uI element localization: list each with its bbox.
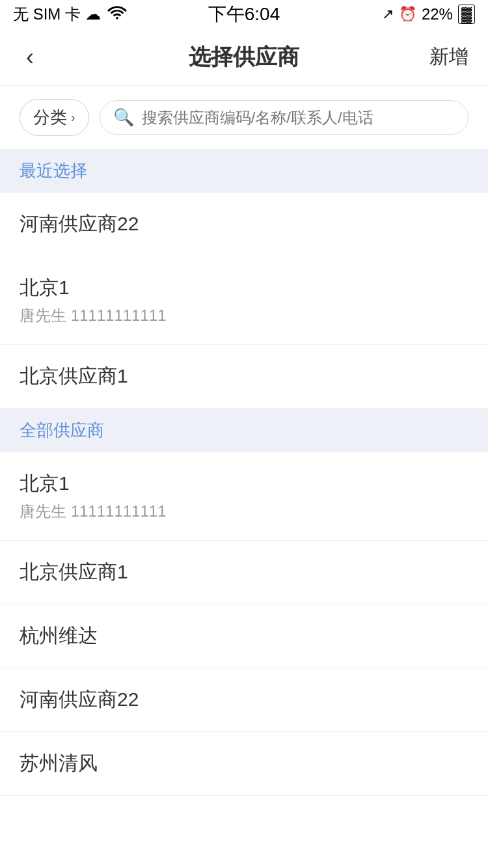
- no-sim-label: 无 SIM 卡 ☁: [13, 4, 101, 25]
- battery-icon: ▓: [458, 5, 475, 24]
- item-name: 河南供应商22: [20, 211, 468, 237]
- item-sub: 唐先生 11111111111: [20, 501, 468, 522]
- all-section-label: 全部供应商: [20, 420, 104, 440]
- wifi-icon: [107, 5, 127, 23]
- all-items-list: 北京1 唐先生 11111111111 北京供应商1杭州维达河南供应商22苏州清…: [0, 452, 488, 796]
- filter-bar: 分类 › 🔍: [0, 86, 488, 149]
- recent-items-list: 河南供应商22 北京1 唐先生 11111111111 北京供应商1: [0, 193, 488, 409]
- nav-bar: ‹ 选择供应商 新增: [0, 29, 488, 86]
- item-name: 北京供应商1: [20, 559, 468, 586]
- status-left: 无 SIM 卡 ☁: [13, 4, 127, 25]
- all-list-item[interactable]: 北京供应商1: [0, 541, 488, 604]
- recent-section-header: 最近选择: [0, 149, 488, 193]
- status-time: 下午6:04: [208, 2, 280, 27]
- search-icon: 🔍: [113, 107, 134, 128]
- all-section-header: 全部供应商: [0, 409, 488, 452]
- all-list-item[interactable]: 北京1 唐先生 11111111111: [0, 452, 488, 541]
- all-list-item[interactable]: 河南供应商22: [0, 668, 488, 732]
- item-name: 苏州清风: [20, 750, 468, 777]
- all-list-item[interactable]: 杭州维达: [0, 604, 488, 668]
- category-button[interactable]: 分类 ›: [20, 99, 89, 136]
- recent-list-item[interactable]: 北京供应商1: [0, 345, 488, 409]
- recent-list-item[interactable]: 河南供应商22: [0, 193, 488, 256]
- item-name: 北京1: [20, 470, 468, 497]
- add-button[interactable]: 新增: [429, 44, 468, 70]
- all-list-item[interactable]: 苏州清风: [0, 732, 488, 796]
- item-name: 北京1: [20, 275, 468, 301]
- item-name: 北京供应商1: [20, 363, 468, 390]
- category-label: 分类: [33, 106, 67, 129]
- battery-level: 22%: [422, 5, 453, 23]
- status-right: ↗ ⏰ 22% ▓: [382, 5, 475, 24]
- status-bar: 无 SIM 卡 ☁ 下午6:04 ↗ ⏰ 22% ▓: [0, 0, 488, 29]
- search-input[interactable]: [142, 109, 455, 127]
- item-name: 河南供应商22: [20, 686, 468, 713]
- recent-section-label: 最近选择: [20, 161, 87, 180]
- item-name: 杭州维达: [20, 623, 468, 649]
- back-button[interactable]: ‹: [20, 37, 40, 77]
- search-box[interactable]: 🔍: [100, 100, 468, 135]
- chevron-right-icon: ›: [71, 110, 75, 125]
- location-icon: ↗: [382, 6, 394, 23]
- recent-list-item[interactable]: 北京1 唐先生 11111111111: [0, 256, 488, 345]
- item-sub: 唐先生 11111111111: [20, 305, 468, 326]
- alarm-icon: ⏰: [399, 6, 416, 23]
- page-title: 选择供应商: [189, 42, 299, 72]
